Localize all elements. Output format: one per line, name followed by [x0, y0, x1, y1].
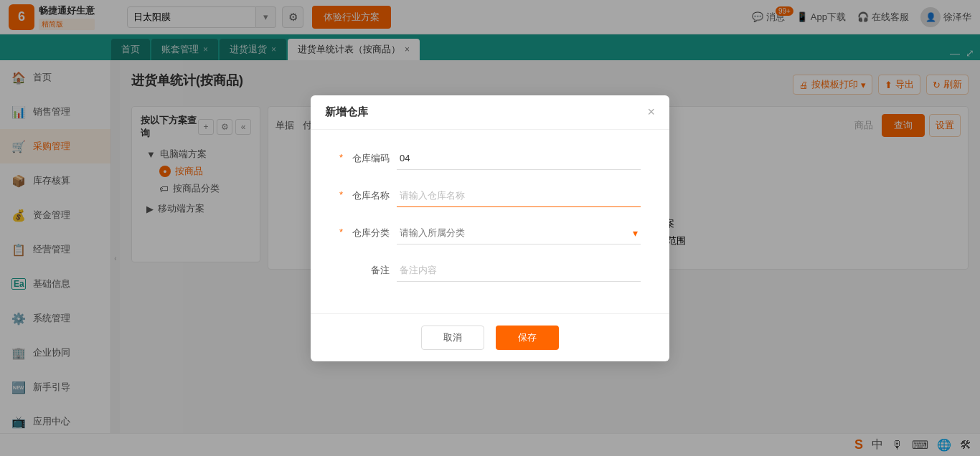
form-row-category: 仓库分类 ▾ — [339, 222, 641, 244]
category-label: 仓库分类 — [339, 227, 397, 239]
name-label: 仓库名称 — [339, 189, 397, 202]
modal-overlay: 新增仓库 × 仓库编码 仓库名称 仓库分类 ▾ — [0, 0, 980, 456]
note-label: 备注 — [339, 264, 397, 277]
cancel-button[interactable]: 取消 — [421, 326, 484, 350]
modal-new-warehouse: 新增仓库 × 仓库编码 仓库名称 仓库分类 ▾ — [311, 95, 669, 361]
save-button[interactable]: 保存 — [496, 326, 559, 350]
category-input[interactable] — [397, 222, 641, 244]
code-input[interactable] — [397, 147, 641, 170]
form-row-name: 仓库名称 — [339, 184, 641, 207]
name-input[interactable] — [397, 184, 641, 207]
modal-body: 仓库编码 仓库名称 仓库分类 ▾ 备注 — [311, 130, 669, 313]
modal-footer: 取消 保存 — [311, 313, 669, 361]
form-row-note: 备注 — [339, 259, 641, 282]
modal-header: 新增仓库 × — [311, 95, 669, 130]
modal-close-button[interactable]: × — [647, 105, 655, 118]
category-select-wrap: ▾ — [397, 222, 641, 244]
modal-title: 新增仓库 — [325, 105, 368, 119]
form-row-code: 仓库编码 — [339, 147, 641, 170]
code-label: 仓库编码 — [339, 152, 397, 165]
category-dropdown-icon[interactable]: ▾ — [633, 227, 638, 239]
note-input[interactable] — [397, 259, 641, 282]
